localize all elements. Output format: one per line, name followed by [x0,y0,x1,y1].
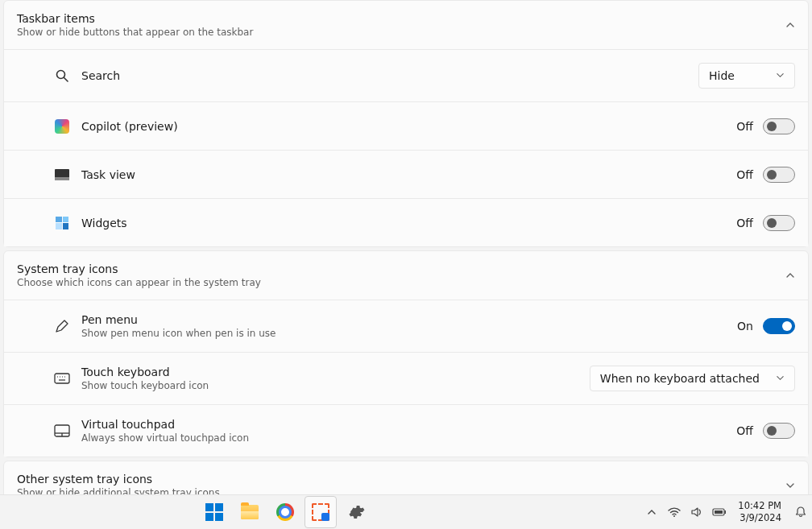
notifications-button[interactable] [793,506,809,519]
svg-line-1 [64,78,68,82]
toggle-state-label: Off [736,217,753,229]
row-pen-menu: Pen menu Show pen menu icon when pen is … [4,300,808,352]
wifi-icon[interactable] [667,505,682,519]
section-title: System tray icons [17,262,785,275]
row-label: Widgets [81,217,736,229]
start-button[interactable] [198,496,230,528]
search-dropdown[interactable]: Hide [698,63,795,89]
taskview-icon [54,167,70,183]
section-header-other-tray[interactable]: Other system tray icons Show or hide add… [4,461,808,494]
row-touch-keyboard: Touch keyboard Show touch keyboard icon … [4,352,808,404]
windows-taskbar: 10:42 PM 3/9/2024 [0,494,812,529]
section-taskbar-items: Taskbar items Show or hide buttons that … [3,0,809,247]
chrome-button[interactable] [269,496,301,528]
snipping-tool-button[interactable] [304,496,337,528]
svg-rect-14 [715,510,723,514]
row-label: Virtual touchpad [81,418,736,431]
taskbar-right-group: 10:42 PM 3/9/2024 [644,495,812,529]
row-copilot: Copilot (preview) Off [4,101,808,150]
widgets-toggle[interactable] [763,215,795,231]
settings-scroll-area[interactable]: Taskbar items Show or hide buttons that … [0,0,812,494]
battery-icon[interactable] [712,505,727,519]
row-label: Touch keyboard [81,366,590,378]
widgets-icon [54,215,70,231]
keyboard-icon [54,370,70,386]
svg-rect-13 [725,510,727,514]
row-widgets: Widgets Off [4,198,808,246]
section-header-taskbar-items[interactable]: Taskbar items Show or hide buttons that … [4,1,808,49]
copilot-icon [54,118,70,134]
copilot-toggle[interactable] [763,118,795,134]
file-explorer-button[interactable] [234,496,266,528]
search-icon [54,68,70,84]
pen-icon [54,318,70,334]
chevron-up-icon [785,18,795,33]
settings-button[interactable] [340,496,372,528]
volume-icon[interactable] [690,505,704,519]
touch-keyboard-dropdown[interactable]: When no keyboard attached [590,366,795,391]
row-label: Search [81,69,698,82]
row-label: Pen menu [81,313,737,326]
toggle-state-label: On [737,320,753,333]
row-label: Task view [81,168,736,181]
chevron-down-icon [776,372,785,385]
clock-time: 10:42 PM [738,500,781,512]
section-title: Other system tray icons [17,473,785,486]
svg-rect-2 [55,374,69,383]
taskview-toggle[interactable] [763,167,795,183]
dropdown-value: When no keyboard attached [600,372,760,385]
row-search: Search Hide [4,49,808,101]
touchpad-icon [54,423,70,439]
chevron-down-icon [776,69,785,82]
section-subtitle: Show or hide additional system tray icon… [17,487,785,494]
chevron-down-icon [785,478,795,494]
taskbar-clock[interactable]: 10:42 PM 3/9/2024 [735,498,785,526]
section-title: Taskbar items [17,12,785,25]
section-subtitle: Show or hide buttons that appear on the … [17,27,785,38]
row-sublabel: Show touch keyboard icon [81,380,590,391]
section-subtitle: Choose which icons can appear in the sys… [17,277,785,288]
toggle-state-label: Off [736,120,753,133]
section-other-tray: Other system tray icons Show or hide add… [3,461,809,494]
tray-overflow-button[interactable] [644,505,659,519]
chevron-up-icon [785,268,795,283]
dropdown-value: Hide [709,69,735,82]
row-taskview: Task view Off [4,150,808,198]
virtual-touchpad-toggle[interactable] [763,423,795,439]
row-label: Copilot (preview) [81,120,736,133]
section-header-system-tray[interactable]: System tray icons Choose which icons can… [4,251,808,300]
taskbar-center-group [198,495,372,529]
pen-menu-toggle[interactable] [763,318,795,334]
toggle-state-label: Off [736,424,753,437]
row-sublabel: Always show virtual touchpad icon [81,432,736,444]
svg-point-11 [673,515,675,517]
clock-date: 3/9/2024 [738,512,781,524]
toggle-state-label: Off [736,168,753,181]
section-system-tray: System tray icons Choose which icons can… [3,250,809,457]
row-virtual-touchpad: Virtual touchpad Always show virtual tou… [4,404,808,457]
row-sublabel: Show pen menu icon when pen is in use [81,328,737,339]
